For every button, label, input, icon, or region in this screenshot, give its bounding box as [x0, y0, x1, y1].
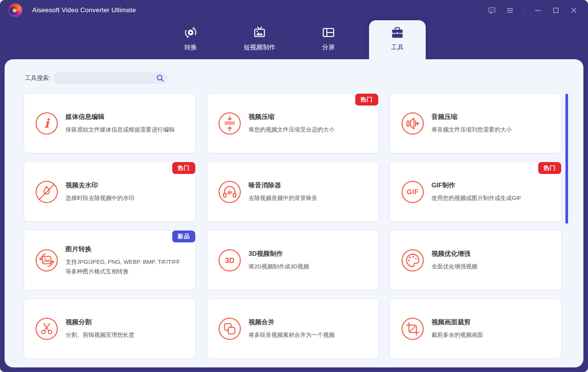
search-input[interactable]: [53, 72, 168, 84]
video-enhance-icon: [401, 249, 425, 272]
scrollbar-thumb[interactable]: [565, 94, 568, 224]
convert-icon: [183, 25, 198, 40]
tool-title: 3D视频制作: [248, 249, 309, 258]
tab-label: 工具: [391, 43, 404, 52]
svg-text:GIF: GIF: [407, 188, 419, 196]
search-label: 工具搜索:: [25, 74, 50, 82]
tab-label: 分屏: [322, 43, 335, 52]
tool-card[interactable]: 新品 图片转换 支持JPG/JPEG, PNG, WEBP, BMP, TIF/…: [24, 230, 196, 290]
tool-card[interactable]: 热门 视频压缩 将您的视频文件压缩至合适的大小: [207, 93, 379, 153]
tool-desc: 将多段音视频素材合并为一个视频: [248, 330, 335, 340]
svg-text:3D: 3D: [225, 256, 235, 265]
minimize-button[interactable]: [534, 6, 542, 15]
hot-badge: 热门: [172, 162, 195, 174]
tool-desc: 分割、剪辑视频至理想长度: [65, 330, 134, 340]
video-merge-icon: [218, 317, 242, 341]
tool-title: 视频合并: [248, 318, 335, 327]
tool-card[interactable]: 视频画面裁剪 裁剪多余的视频画面: [390, 299, 562, 359]
tool-title: GIF制作: [431, 181, 521, 190]
tools-grid: i 媒体信息编辑 保留原始文件媒体信息或根据需要进行编辑 热门 视频压缩 将您的…: [24, 93, 562, 359]
tool-desc: 去除视频音频中的背景噪音: [248, 193, 317, 203]
hot-badge: 热门: [538, 162, 561, 174]
tool-desc: 裁剪多余的视频画面: [431, 330, 483, 340]
tool-card[interactable]: 3D 3D视频制作 将2D视频制作成3D视频: [207, 230, 379, 290]
controls-divider: [524, 6, 524, 15]
tool-card[interactable]: 视频优化增强 全面优化增强视频: [390, 230, 562, 290]
tool-desc: 全面优化增强视频: [431, 262, 477, 271]
audio-compress-icon: [401, 112, 425, 135]
toolbox-icon: [390, 25, 405, 40]
tab-short-video-maker[interactable]: 短视频制作: [231, 20, 288, 59]
tool-title: 图片转换: [65, 245, 185, 253]
gif-maker-icon: GIF: [401, 180, 425, 204]
close-button[interactable]: [570, 6, 578, 15]
tool-search-row: 工具搜索:: [25, 72, 583, 84]
tab-convert[interactable]: 转换: [162, 20, 219, 59]
video-compress-icon: [218, 112, 242, 135]
tool-title: 视频分割: [65, 318, 134, 327]
app-window: Aiseesoft Video Converter Ultimate: [0, 0, 588, 372]
watermark-remove-icon: [35, 180, 59, 204]
tool-title: 视频去水印: [65, 181, 134, 190]
tool-title: 音频压缩: [431, 112, 512, 121]
tool-desc: 使用您的视频或图片制作或生成GIF: [431, 193, 521, 203]
noise-remover-icon: [218, 180, 242, 204]
main-tabs: 转换 短视频制作 分屏 工具: [0, 20, 588, 59]
tab-label: 转换: [185, 43, 197, 52]
tool-desc: 保留原始文件媒体信息或根据需要进行编辑: [65, 125, 175, 134]
window-controls: [488, 6, 578, 15]
tool-card[interactable]: [390, 367, 562, 367]
maximize-button[interactable]: [552, 6, 560, 15]
tool-title: 视频压缩: [248, 112, 335, 121]
tool-card[interactable]: 音频压缩 将音频文件压缩到您需要的大小: [390, 93, 562, 153]
tab-split-screen[interactable]: 分屏: [300, 20, 357, 59]
feedback-bubble-icon[interactable]: [488, 6, 496, 15]
tool-title: 视频画面裁剪: [431, 318, 483, 327]
tab-toolbox[interactable]: 工具: [369, 20, 426, 59]
video-split-icon: [35, 317, 59, 341]
next-row-peek: [24, 367, 562, 367]
tool-card[interactable]: [24, 367, 196, 367]
content-panel: 工具搜索: i 媒体信息编辑 保留原始文件媒体信息或根据需要进行编辑 热门 视频…: [5, 59, 583, 367]
tab-label: 短视频制作: [244, 43, 276, 52]
tool-title: 媒体信息编辑: [65, 112, 175, 121]
tool-card[interactable]: [207, 367, 379, 367]
app-logo-icon: [8, 3, 22, 17]
video-3d-icon: 3D: [218, 249, 242, 272]
tool-desc: 选择时段去除视频中的水印: [65, 193, 134, 203]
image-convert-icon: [35, 249, 59, 272]
tool-title: 视频优化增强: [431, 249, 477, 258]
tool-card[interactable]: 视频分割 分割、剪辑视频至理想长度: [24, 299, 196, 359]
tool-desc: 将音频文件压缩到您需要的大小: [431, 125, 512, 134]
tool-card[interactable]: 热门 GIF GIF制作 使用您的视频或图片制作或生成GIF: [390, 162, 562, 222]
video-crop-icon: [401, 317, 425, 341]
short-video-icon: [252, 25, 267, 40]
tool-desc: 支持JPG/JPEG, PNG, WEBP, BMP, TIF/TIFF等多种图…: [65, 257, 185, 276]
new-badge: 新品: [172, 231, 195, 242]
hot-badge: 热门: [355, 94, 378, 106]
tool-title: 噪音消除器: [248, 181, 317, 190]
svg-text:i: i: [44, 116, 50, 130]
tool-desc: 将2D视频制作成3D视频: [248, 262, 309, 271]
tool-card[interactable]: 视频合并 将多段音视频素材合并为一个视频: [207, 299, 379, 359]
hamburger-menu-icon[interactable]: [506, 6, 514, 15]
tool-card[interactable]: 噪音消除器 去除视频音频中的背景噪音: [207, 162, 379, 222]
tool-card[interactable]: 热门 视频去水印 选择时段去除视频中的水印: [24, 162, 196, 222]
tool-desc: 将您的视频文件压缩至合适的大小: [248, 125, 335, 134]
split-screen-icon: [321, 25, 336, 40]
media-info-icon: i: [35, 112, 59, 135]
title-bar: Aiseesoft Video Converter Ultimate: [0, 0, 588, 20]
app-title: Aiseesoft Video Converter Ultimate: [32, 6, 136, 14]
search-box: [53, 72, 168, 84]
tool-card[interactable]: i 媒体信息编辑 保留原始文件媒体信息或根据需要进行编辑: [24, 93, 196, 153]
search-icon[interactable]: [156, 74, 164, 82]
